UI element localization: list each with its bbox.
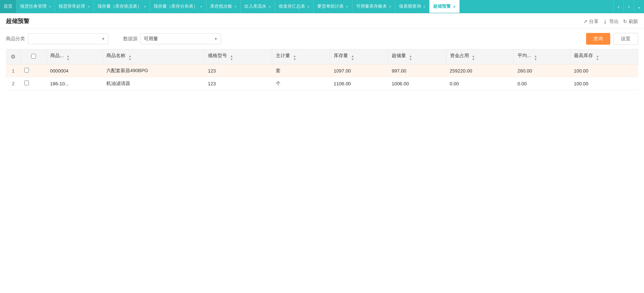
page-header: 超储预警 ➚ 分享 ⭳ 导出 ↻ 刷新 [0,13,644,29]
sort-unit-icon: ▲▼ [293,55,296,61]
nav-item-home[interactable]: 首页 [0,0,17,13]
row-select-checkbox[interactable] [24,81,29,85]
close-available-icon[interactable]: × [389,4,391,9]
header-max-stock[interactable]: 最高库存 ▲▼ [570,49,638,64]
row-spec: 123 [204,64,272,77]
nav-item-flow[interactable]: 出入库流水 × [241,0,275,13]
nav-item-summary[interactable]: 收发存汇总表 × [275,0,314,13]
settings-button[interactable]: 设置 [613,33,638,45]
row-capital: 0.00 [446,77,514,90]
row-num: 1 [6,64,21,77]
row-product-name: 机油滤清器 [103,77,204,90]
close-stock-status-icon[interactable]: × [144,4,146,9]
sort-max-stock-icon: ▲▼ [596,55,599,61]
close-flow-icon[interactable]: × [268,4,271,9]
table-header-row: ⚙ 商品... ▲▼ 商品名称 ▲▼ 规格型号 ▲▼ 主计 [6,49,638,64]
category-label: 商品分类 [6,36,25,42]
row-num: 2 [6,77,21,90]
row-stock: 1097.00 [330,64,388,77]
sort-capital-icon: ▲▼ [472,55,475,61]
overstock-table: ⚙ 商品... ▲▼ 商品名称 ▲▼ 规格型号 ▲▼ 主计 [6,49,638,90]
close-summary-icon[interactable]: × [307,4,310,9]
export-icon: ⭳ [603,19,608,24]
close-task-icon[interactable]: × [49,4,51,9]
table-row: 10000004六配套新昌490BPG123套1097.00997.002592… [6,64,638,77]
row-overstock: 1006.00 [388,77,446,90]
datasource-label: 数据源 [123,36,138,42]
close-quality-icon[interactable]: × [423,4,425,9]
nav-item-available[interactable]: 可用量库存账本 × [352,0,395,13]
header-overstock[interactable]: 超储量 ▲▼ [388,49,446,64]
close-overstock-icon[interactable]: × [453,4,455,9]
row-avg: 260.00 [514,64,570,77]
share-button[interactable]: ➚ 分享 [583,18,599,25]
row-checkbox[interactable] [21,77,46,90]
top-navigation: 首页 拣货任务管理 × 拣货异常处理 × 现存量（库存状况表） × 现存量（库存… [0,0,644,13]
share-icon: ➚ [583,19,588,24]
header-gear[interactable]: ⚙ [6,49,21,64]
sort-spec-icon: ▲▼ [230,55,233,61]
close-order-stat-icon[interactable]: × [346,4,348,9]
category-select[interactable]: ▼ [28,33,109,44]
category-filter: 商品分类 ▼ [6,33,109,44]
row-stock: 1106.00 [330,77,388,90]
row-unit: 套 [272,64,330,77]
sort-stock-icon: ▲▼ [351,55,354,61]
row-product-name: 六配套新昌490BPG [103,64,204,77]
refresh-button[interactable]: ↻ 刷新 [623,18,638,25]
header-avg[interactable]: 平均... ▲▼ [514,49,570,64]
query-button[interactable]: 查询 [586,33,610,45]
nav-item-exception[interactable]: 拣货异常处理 × [55,0,94,13]
datasource-select-value: 可用量 [144,36,158,42]
row-product-code: 186-10... [46,77,103,90]
sort-avg-icon: ▲▼ [534,55,537,61]
nav-item-quality[interactable]: 保质期查询 × [395,0,429,13]
page-title: 超储预警 [6,18,29,25]
nav-menu-arrow[interactable]: ⌄ [634,0,644,13]
close-exception-icon[interactable]: × [87,4,89,9]
category-dropdown-icon: ▼ [101,37,105,41]
nav-item-task[interactable]: 拣货任务管理 × [17,0,55,13]
sort-overstock-icon: ▲▼ [409,55,412,61]
row-unit: 个 [272,77,330,90]
nav-item-overstock[interactable]: 超储预警 × [429,0,459,13]
export-button[interactable]: ⭳ 导出 [603,18,619,25]
header-capital[interactable]: 资金占用 ▲▼ [446,49,514,64]
row-spec: 123 [204,77,272,90]
nav-prev-arrow[interactable]: ‹ [613,0,623,13]
datasource-select[interactable]: 可用量 ▼ [140,33,221,44]
header-stock[interactable]: 库存量 ▲▼ [330,49,388,64]
nav-item-stock-status[interactable]: 现存量（库存状况表） × [94,0,150,13]
table-container: ⚙ 商品... ▲▼ 商品名称 ▲▼ 规格型号 ▲▼ 主计 [0,49,644,90]
sort-product-code-icon: ▲▼ [66,55,70,61]
filter-buttons: 查询 设置 [586,33,638,45]
close-stock-dist-icon[interactable]: × [200,4,202,9]
datasource-dropdown-icon: ▼ [214,37,218,41]
row-overstock: 997.00 [388,64,446,77]
refresh-icon: ↻ [623,19,627,24]
nav-next-arrow[interactable]: › [623,0,634,13]
row-max-stock: 100.00 [570,64,638,77]
row-checkbox[interactable] [21,64,46,77]
header-product-code[interactable]: 商品... ▲▼ [46,49,103,64]
header-actions: ➚ 分享 ⭳ 导出 ↻ 刷新 [583,18,638,25]
table-row: 2186-10...机油滤清器123个1106.001006.000.000.0… [6,77,638,90]
nav-item-batch[interactable]: 库存批次账 × [206,0,241,13]
gear-settings-icon[interactable]: ⚙ [11,53,15,60]
nav-item-order-stat[interactable]: 要货单统计表 × [314,0,352,13]
header-spec[interactable]: 规格型号 ▲▼ [204,49,272,64]
select-all-checkbox[interactable] [31,54,36,59]
header-product-name[interactable]: 商品名称 ▲▼ [103,49,204,64]
header-unit[interactable]: 主计量 ▲▼ [272,49,330,64]
nav-item-stock-dist[interactable]: 现存量（库存分布表） × [150,0,206,13]
header-checkbox[interactable] [21,49,46,64]
row-product-code: 0000004 [46,64,103,77]
row-select-checkbox[interactable] [24,68,29,73]
row-capital: 259220.00 [446,64,514,77]
row-avg: 0.00 [514,77,570,90]
filter-area: 商品分类 ▼ 数据源 可用量 ▼ 查询 设置 [0,29,644,49]
row-max-stock: 100.00 [570,77,638,90]
sort-product-name-icon: ▲▼ [128,55,132,61]
nav-scroll-arrows: ‹ › ⌄ [613,0,644,13]
close-batch-icon[interactable]: × [234,4,237,9]
